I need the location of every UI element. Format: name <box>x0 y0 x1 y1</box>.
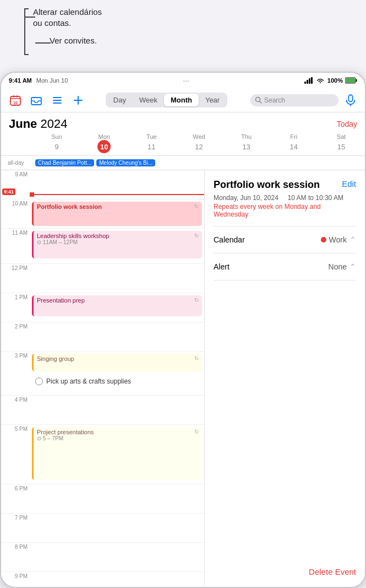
time-slot-8pm <box>30 543 204 571</box>
add-event-button[interactable] <box>69 91 87 109</box>
svg-rect-1 <box>307 80 308 84</box>
leadership-title: Leadership skills workshop <box>37 233 199 239</box>
svg-rect-19 <box>348 95 352 101</box>
svg-rect-8 <box>13 95 14 98</box>
detail-calendar-row[interactable]: Calendar Work ⌃ <box>214 231 356 249</box>
view-btn-year[interactable]: Year <box>199 94 226 106</box>
alert-value-text: None <box>329 262 347 271</box>
time-row-1pm: 1 PM ↻ Presentation prep <box>1 293 204 322</box>
portfolio-title: Portfolio work session <box>37 203 199 210</box>
calendar-chevron-icon: ⌃ <box>349 235 356 244</box>
edit-button[interactable]: Edit <box>342 179 356 188</box>
portfolio-repeat-icon: ↻ <box>194 203 199 209</box>
time-row-12pm: 12 PM <box>1 264 204 293</box>
svg-rect-6 <box>346 78 355 83</box>
time-label-5pm: 5 PM <box>1 425 30 484</box>
leadership-subtitle: ⊙ 11AM – 12PM <box>37 239 199 245</box>
alert-value: None ⌃ <box>329 262 356 271</box>
search-placeholder: Search <box>264 96 285 104</box>
time-slot-3pm: ↻ Singing group Pick up arts & crafts su… <box>30 352 204 395</box>
event-project[interactable]: ↻ Project presentations ⊙ 5 – 7PM <box>32 427 202 480</box>
time-slot-7pm <box>30 514 204 542</box>
svg-line-18 <box>260 101 261 103</box>
status-date: Mon Jun 10 <box>36 77 68 84</box>
event-leadership[interactable]: ↻ Leadership skills workshop ⊙ 11AM – 12… <box>32 231 202 258</box>
time-slot-12pm <box>30 264 204 293</box>
presentation-repeat-icon: ↻ <box>194 297 199 303</box>
list-icon-button[interactable] <box>48 91 66 109</box>
month-title: June 2024 <box>9 117 67 131</box>
day-header-sun: Sun 9 <box>33 133 80 153</box>
time-label-9pm: 9 PM <box>1 572 30 585</box>
view-btn-day[interactable]: Day <box>107 94 133 106</box>
project-repeat-icon: ↻ <box>194 429 199 435</box>
mic-icon-button[interactable] <box>342 91 359 109</box>
delete-event-button[interactable]: Delete Event <box>309 567 356 576</box>
status-time: 9:41 AM <box>9 77 32 84</box>
toolbar: 10 Day Week <box>1 88 365 112</box>
allday-row: all-day Chad Benjamin Pott... Melody Che… <box>1 156 365 170</box>
time-slot-4pm <box>30 396 204 424</box>
current-time-indicator: 9:41 <box>30 192 204 197</box>
wifi-icon <box>316 78 324 84</box>
main-area: 9 AM 9:41 10 AM ↻ Portfolio work sess <box>1 170 365 585</box>
task-pickup[interactable]: Pick up arts & crafts supplies <box>32 375 202 388</box>
allday-event-chad[interactable]: Chad Benjamin Pott... <box>35 159 94 166</box>
view-switcher: Day Week Month Year <box>106 93 227 107</box>
view-btn-month[interactable]: Month <box>164 94 199 106</box>
time-row-3pm: 3 PM ↻ Singing group Pick up arts & craf… <box>1 352 204 396</box>
svg-rect-2 <box>309 78 310 84</box>
current-time-dot <box>30 192 34 197</box>
annotation-text1: Alterar calendários ou contas. <box>33 7 102 28</box>
event-singing[interactable]: ↻ Singing group <box>32 354 202 371</box>
alert-chevron-icon: ⌃ <box>349 262 356 271</box>
detail-date: Monday, Jun 10, 2024 10 AM to 10:30 AM <box>214 194 356 202</box>
leadership-repeat-icon: ↻ <box>194 233 199 239</box>
presentation-title: Presentation prep <box>37 297 199 304</box>
annotation-text2: Ver convites. <box>50 36 97 45</box>
divider3 <box>214 280 356 280</box>
divider2 <box>214 253 356 253</box>
svg-rect-5 <box>356 79 357 82</box>
time-row-5pm: 5 PM ↻ Project presentations ⊙ 5 – 7PM <box>1 425 204 484</box>
detail-alert-row[interactable]: Alert None ⌃ <box>214 258 356 276</box>
battery-icon <box>345 77 357 84</box>
view-btn-week[interactable]: Week <box>133 94 164 106</box>
inbox-icon-button[interactable] <box>28 91 45 109</box>
time-slot-5pm: ↻ Project presentations ⊙ 5 – 7PM <box>30 425 204 484</box>
detail-header: Portfolio work session Edit <box>214 179 356 191</box>
status-left: 9:41 AM Mon Jun 10 <box>9 77 68 84</box>
time-label-4pm: 4 PM <box>1 396 30 424</box>
divider1 <box>214 226 356 226</box>
time-label-12pm: 12 PM <box>1 264 30 293</box>
day-header-row: Sun 9 Mon 10 Tue 11 Wed 12 Thu 13 Fri 14… <box>1 133 365 156</box>
day-header-wed: Wed 12 <box>175 133 222 153</box>
svg-rect-0 <box>304 82 306 84</box>
time-slot-10am: ↻ Portfolio work session <box>30 199 204 228</box>
today-button[interactable]: Today <box>337 120 357 128</box>
singing-repeat-icon: ↻ <box>194 355 199 362</box>
search-bar[interactable]: Search <box>250 94 338 106</box>
singing-title: Singing group <box>37 355 199 362</box>
time-label-1pm: 1 PM <box>1 293 30 322</box>
detail-repeat: Repeats every week on Monday and Wednesd… <box>214 203 356 218</box>
month-name: June <box>9 117 37 131</box>
status-right: 100% <box>304 77 357 84</box>
calendar-icon-button[interactable]: 10 <box>7 91 24 109</box>
annotation-arrow2 <box>35 42 51 44</box>
status-bar: 9:41 AM Mon Jun 10 ··· 100% <box>1 73 365 88</box>
ipad-frame: 9:41 AM Mon Jun 10 ··· 100% <box>0 72 366 588</box>
event-presentation[interactable]: ↻ Presentation prep <box>32 295 202 316</box>
time-label-8pm: 8 PM <box>1 543 30 571</box>
calendar-dot-icon <box>321 237 326 242</box>
svg-rect-9 <box>17 95 18 98</box>
time-row-10am: 10 AM ↻ Portfolio work session <box>1 199 204 229</box>
time-row-7pm: 7 PM <box>1 514 204 543</box>
allday-event-melody[interactable]: Melody Cheung's Bi... <box>96 159 155 166</box>
year: 2024 <box>40 117 67 131</box>
annotation-bracket <box>24 8 25 55</box>
day-header-thu: Thu 13 <box>223 133 270 153</box>
event-portfolio[interactable]: ↻ Portfolio work session <box>32 202 202 226</box>
day-header-tue: Tue 11 <box>128 133 175 153</box>
calendar-value: Work ⌃ <box>321 235 356 244</box>
